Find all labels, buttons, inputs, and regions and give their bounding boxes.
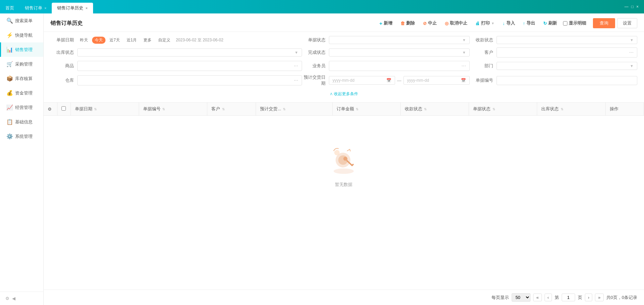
warehouse-input[interactable]: ···	[77, 75, 302, 85]
refresh-button[interactable]: ↻ 刷新	[541, 19, 559, 28]
sidebar-settings-icon[interactable]: ⚙	[5, 296, 9, 301]
table-header-row: ⚙ 单据日期 ⇅ 单据编号 ⇅ 客户 ⇅	[44, 103, 644, 116]
date-col-header: 单据日期 ⇅	[71, 103, 139, 116]
sidebar-collapse-icon[interactable]: ◀	[12, 296, 15, 301]
doc-status-select[interactable]: ▼	[329, 36, 470, 44]
delete-button[interactable]: 🗑 删除	[398, 19, 417, 28]
sidebar-bottom: ⚙ ◀	[0, 292, 43, 305]
cancel-stop-button[interactable]: ◎ 取消中止	[443, 19, 469, 28]
sidebar-search-menu-label: 搜索菜单	[15, 18, 33, 24]
first-page-button[interactable]: «	[533, 294, 542, 301]
tab-sales-order-history-label: 销售订单历史	[57, 5, 83, 11]
tab-home[interactable]: 首页	[0, 3, 19, 13]
check-col-header[interactable]	[57, 103, 71, 116]
prev-page-button[interactable]: ‹	[545, 294, 552, 301]
date-tabs: 昨天 今天 近7天 近1月 更多 自定义	[77, 37, 173, 44]
sidebar-basic-info-label: 基础信息	[15, 119, 33, 125]
close-sales-order-icon[interactable]: ×	[44, 6, 46, 10]
purchase-mgmt-icon: 🛒	[6, 61, 12, 67]
delete-label: 删除	[406, 20, 415, 26]
sidebar-item-operations[interactable]: 📈 经营管理	[0, 100, 43, 115]
sidebar-item-inventory[interactable]: 📦 库存核算	[0, 71, 43, 86]
import-button[interactable]: ↓ 导入	[501, 19, 517, 28]
page-title: 销售订单历史	[50, 20, 83, 27]
customer-filter: 客户 ···	[470, 47, 637, 58]
print-label: 打印	[481, 20, 490, 26]
setting-button[interactable]: 设置	[617, 18, 637, 28]
delete-icon: 🗑	[400, 21, 405, 26]
goods-dots-icon: ···	[294, 63, 298, 69]
delivery-from-input[interactable]: yyyy-mm-dd 📅	[329, 76, 395, 85]
goods-label: 商品	[50, 63, 77, 69]
minimize-icon[interactable]: —	[625, 4, 629, 9]
topbar-close-icon[interactable]: ×	[636, 4, 639, 9]
date-sort-icon[interactable]: ⇅	[94, 107, 97, 111]
date-tab-more[interactable]: 更多	[141, 37, 154, 44]
page-number-input[interactable]	[562, 294, 575, 301]
receipt-status-select[interactable]: ▼	[497, 36, 637, 44]
add-button[interactable]: + 新增	[377, 19, 394, 28]
receipt-sort-icon[interactable]: ⇅	[424, 107, 427, 111]
print-button[interactable]: 🖨 打印 ▼	[473, 19, 497, 28]
stop-button[interactable]: ⊘ 中止	[421, 19, 439, 28]
sidebar-item-search-menu[interactable]: 🔍 搜索菜单	[0, 13, 43, 28]
customer-input[interactable]: ···	[497, 47, 637, 58]
customer-sort-icon[interactable]: ⇅	[222, 107, 225, 111]
out-status-arrow-icon: ▼	[295, 50, 298, 54]
receipt-arrow-icon: ▼	[630, 38, 634, 42]
amount-sort-icon[interactable]: ⇅	[356, 107, 358, 111]
query-button[interactable]: 查询	[593, 18, 615, 28]
content-area: 销售订单历史 + 新增 🗑 删除 ⊘ 中止 ◎ 取消中止	[44, 13, 644, 305]
export-button[interactable]: ↑ 导出	[521, 19, 538, 28]
tab-sales-order[interactable]: 销售订单 ×	[19, 3, 52, 13]
settings-col-header[interactable]: ⚙	[44, 103, 57, 116]
date-tab-1month[interactable]: 近1月	[124, 37, 140, 44]
refresh-label: 刷新	[548, 20, 557, 26]
receipt-status-col-header: 收款状态 ⇅	[400, 103, 469, 116]
date-tab-today[interactable]: 今天	[92, 37, 105, 44]
complete-status-select[interactable]: ▼	[329, 48, 470, 56]
tab-sales-order-history[interactable]: 销售订单历史 ×	[52, 3, 93, 13]
delivery-to-input[interactable]: yyyy-mm-dd 📅	[403, 76, 470, 85]
total-records: 共0页，0条记录	[606, 295, 637, 301]
data-table: ⚙ 单据日期 ⇅ 单据编号 ⇅ 客户 ⇅	[44, 103, 644, 215]
display-toggle-checkbox[interactable]	[563, 21, 567, 26]
maximize-icon[interactable]: □	[631, 4, 634, 9]
close-history-icon[interactable]: ×	[85, 6, 87, 10]
sidebar-item-system[interactable]: ⚙️ 系统管理	[0, 129, 43, 144]
system-icon: ⚙️	[6, 133, 12, 140]
date-tab-custom[interactable]: 自定义	[156, 37, 173, 44]
date-tab-yesterday[interactable]: 昨天	[77, 37, 91, 44]
order-no-input[interactable]	[497, 76, 637, 85]
sidebar-item-sales-mgmt[interactable]: 📊 销售管理	[0, 42, 43, 57]
finance-icon: 💰	[6, 90, 12, 96]
page-size-select[interactable]: 50 20 100	[512, 293, 530, 302]
next-page-button[interactable]: ›	[585, 294, 592, 301]
empty-state-icon	[327, 143, 360, 176]
select-all-checkbox[interactable]	[61, 106, 66, 111]
out-status-select[interactable]: ▼	[77, 48, 302, 56]
complete-status-label: 完成状态	[302, 49, 329, 55]
filter-row-1: 单据日期 昨天 今天 近7天 近1月 更多 自定义 2023-06-02 至 2…	[50, 36, 637, 44]
action-buttons: 查询 设置	[593, 18, 637, 28]
last-page-button[interactable]: »	[595, 294, 603, 301]
salesman-input[interactable]: ···	[329, 61, 470, 71]
delivery-sort-icon[interactable]: ⇅	[283, 107, 286, 111]
date-tab-7days[interactable]: 近7天	[107, 37, 123, 44]
cancel-stop-label: 取消中止	[450, 20, 467, 26]
svg-point-0	[334, 168, 354, 174]
main-layout: 🔍 搜索菜单 ⚡ 快捷导航 📊 销售管理 🛒 采购管理 📦 库存核算 💰 资金管…	[0, 13, 644, 305]
sidebar-item-purchase-mgmt[interactable]: 🛒 采购管理	[0, 57, 43, 71]
goods-input[interactable]: ···	[77, 61, 302, 71]
collapse-bar[interactable]: ∧ 收起更多条件	[50, 90, 637, 98]
sidebar-operations-label: 经营管理	[15, 105, 33, 111]
top-bar: 首页 销售订单 × 销售订单历史 × — □ ×	[0, 0, 644, 13]
display-toggle: 显示明细	[563, 20, 586, 26]
sidebar-item-quick-nav[interactable]: ⚡ 快捷导航	[0, 28, 43, 42]
order-no-sort-icon[interactable]: ⇅	[162, 107, 165, 111]
dept-select[interactable]: ▼	[497, 62, 637, 70]
sidebar-item-finance[interactable]: 💰 资金管理	[0, 86, 43, 100]
doc-sort-icon[interactable]: ⇅	[492, 107, 495, 111]
out-sort-icon[interactable]: ⇅	[561, 107, 563, 111]
sidebar-item-basic-info[interactable]: 📋 基础信息	[0, 115, 43, 129]
